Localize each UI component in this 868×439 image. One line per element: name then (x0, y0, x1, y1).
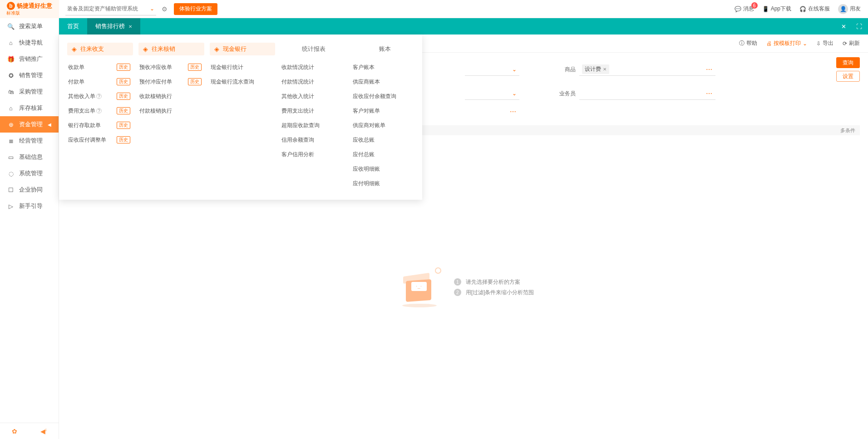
chevron-down-icon: ⌄ (512, 66, 517, 73)
sidebar-item-icon: ⌂ (7, 105, 15, 112)
sidebar-item-8[interactable]: ▭基础信息 (0, 149, 59, 165)
mega-menu-item[interactable]: 其他收入单?历史 (67, 89, 133, 104)
tab-close-all-icon[interactable]: ✕ (837, 20, 850, 33)
fullscreen-icon[interactable]: ⛶ (853, 20, 865, 33)
history-tag[interactable]: 历史 (117, 122, 130, 129)
mega-menu-item[interactable]: 收款情况统计 (281, 60, 346, 74)
refresh-button[interactable]: ⟳ 刷新 (843, 39, 860, 47)
history-tag[interactable]: 历史 (188, 64, 202, 71)
mega-menu-item[interactable]: 收款核销执行 (138, 89, 204, 104)
mega-menu-item[interactable]: 信用余额查询 (281, 133, 346, 147)
mega-menu-item[interactable]: 供应商账本 (352, 74, 418, 89)
mega-item-label: 其他收入单? (68, 93, 102, 100)
sidebar-item-11[interactable]: ▷新手引导 (0, 198, 59, 214)
mega-item-label: 付款单 (68, 78, 84, 86)
caret-left-icon: ◀ (48, 122, 51, 127)
mega-menu-item[interactable]: 费用支出统计 (281, 104, 346, 118)
operator-field[interactable]: ⋯ (579, 87, 715, 100)
export-label: 导出 (823, 39, 833, 47)
mega-menu-item[interactable]: 付款核销执行 (138, 104, 204, 118)
sidebar-item-9[interactable]: ◌系统管理 (0, 165, 59, 182)
sidebar-item-2[interactable]: 🎁营销推广 (0, 51, 59, 67)
hidden-select-2[interactable]: ⌄ (465, 87, 519, 100)
logo-badge: b (7, 2, 15, 10)
mega-item-label: 供应商账本 (353, 78, 380, 86)
mega-menu-item[interactable]: 应收明细账 (352, 162, 418, 176)
mega-menu-item[interactable]: 其他收入统计 (281, 89, 346, 104)
user-menu[interactable]: 👤 用友 (838, 4, 861, 14)
help-button[interactable]: ⓘ 帮助 (739, 39, 757, 47)
mega-menu-item[interactable]: 供应商对账单 (352, 118, 418, 133)
mega-menu-item[interactable]: 应收应付调整单历史 (67, 133, 133, 147)
mega-menu-item[interactable]: 应付总账 (352, 147, 418, 162)
mega-menu-item[interactable]: 收款单历史 (67, 60, 133, 74)
sidebar-item-10[interactable]: ☐企业协同 (0, 182, 59, 198)
industry-plan-button[interactable]: 体验行业方案 (174, 3, 217, 15)
history-tag[interactable]: 历史 (117, 64, 130, 71)
mega-menu-item[interactable]: 现金银行流水查询 (210, 74, 276, 89)
settings-icon[interactable]: ✿ (12, 428, 17, 435)
history-tag[interactable]: 历史 (117, 136, 130, 143)
support-button[interactable]: 🎧 在线客服 (799, 5, 830, 13)
mega-menu-item[interactable]: 付款单历史 (67, 74, 133, 89)
mega-menu-item[interactable]: 预付冲应付单历史 (138, 74, 204, 89)
product-field[interactable]: 设计费 ✕ ⋯ (579, 63, 715, 76)
sidebar-item-icon: ◌ (7, 170, 15, 177)
mega-menu-item[interactable]: 费用支出单?历史 (67, 104, 133, 118)
sidebar-item-5[interactable]: ⌂库存核算 (0, 100, 59, 116)
product-chip[interactable]: 设计费 ✕ (582, 64, 609, 74)
collapse-icon[interactable]: ◀ⁱ (40, 428, 47, 435)
history-tag[interactable]: 历史 (117, 93, 130, 100)
close-icon[interactable]: ✕ (128, 24, 132, 29)
sidebar-item-0[interactable]: 🔍搜索菜单 (0, 18, 59, 35)
mega-menu-item[interactable]: 应付明细账 (352, 176, 418, 191)
mega-item-label: 客户对账单 (353, 107, 380, 115)
mega-menu-item[interactable]: 预收冲应收单历史 (138, 60, 204, 74)
sidebar-item-7[interactable]: ≣经营管理 (0, 133, 59, 149)
more-icon[interactable]: ⋯ (706, 66, 713, 73)
more-icon[interactable]: ⋯ (706, 90, 713, 97)
hidden-select-3[interactable]: ⋯ (465, 105, 519, 118)
history-tag[interactable]: 历史 (117, 107, 130, 114)
query-button[interactable]: 查询 (836, 57, 860, 68)
mega-menu-item[interactable]: 银行存取款单历史 (67, 118, 133, 133)
settings-button[interactable]: 设置 (836, 71, 860, 82)
mega-column-header: ◈往来核销 (138, 43, 204, 55)
print-template-button[interactable]: 🖨 按模板打印 ⌄ (766, 39, 807, 47)
export-button[interactable]: ⇩ 导出 (816, 39, 833, 47)
gear-icon[interactable]: ⚙ (162, 5, 168, 13)
help-icon: ⓘ (739, 39, 745, 47)
mega-menu-item[interactable]: 应收总账 (352, 133, 418, 147)
more-icon[interactable]: ⋯ (510, 108, 517, 115)
logo[interactable]: b 畅捷通好生意 标准版 (0, 0, 59, 18)
messages-button[interactable]: 💬 消息 6 (735, 5, 754, 13)
mega-menu-item[interactable]: 现金银行统计 (210, 60, 276, 74)
app-download-button[interactable]: 📱 App下载 (762, 5, 791, 13)
info-sup-icon: ? (96, 94, 102, 99)
mega-menu-item[interactable]: 客户账本 (352, 60, 418, 74)
mega-menu-item[interactable]: 客户信用分析 (281, 147, 346, 162)
history-tag[interactable]: 历史 (117, 78, 130, 85)
print-label: 按模板打印 (774, 39, 801, 47)
sidebar-item-label: 新手引导 (19, 202, 43, 210)
tab-sales-ranking[interactable]: 销售排行榜 ✕ (87, 18, 140, 35)
chip-remove-icon[interactable]: ✕ (603, 67, 607, 72)
hidden-select-1[interactable]: ⌄ (465, 63, 519, 76)
mega-column-title: 往来核销 (152, 45, 175, 53)
sidebar-item-1[interactable]: ⌂快捷导航 (0, 35, 59, 51)
sidebar-item-6[interactable]: ⊕资金管理◀ (0, 116, 59, 133)
mega-menu-item[interactable]: 应收应付余额查询 (352, 89, 418, 104)
mega-item-label: 付款情况统计 (281, 78, 314, 86)
system-select-value: 装备及固定资产辅助管理系统 (67, 5, 138, 13)
export-icon: ⇩ (816, 40, 821, 47)
sidebar-item-3[interactable]: ✪销售管理 (0, 67, 59, 84)
mega-column: 统计报表收款情况统计付款情况统计其他收入统计费用支出统计超期应收款查询信用余额查… (281, 43, 346, 191)
tab-home[interactable]: 首页 (59, 18, 87, 35)
history-tag[interactable]: 历史 (188, 78, 202, 85)
sidebar-item-4[interactable]: 🛍采购管理 (0, 84, 59, 100)
mega-menu-item[interactable]: 付款情况统计 (281, 74, 346, 89)
mega-menu-item[interactable]: 超期应收款查询 (281, 118, 346, 133)
mega-menu-item[interactable]: 客户对账单 (352, 104, 418, 118)
empty-step-2-text: 用[过滤]条件来缩小分析范围 (466, 289, 534, 296)
system-select[interactable]: 装备及固定资产辅助管理系统 ⌄ (65, 3, 156, 15)
